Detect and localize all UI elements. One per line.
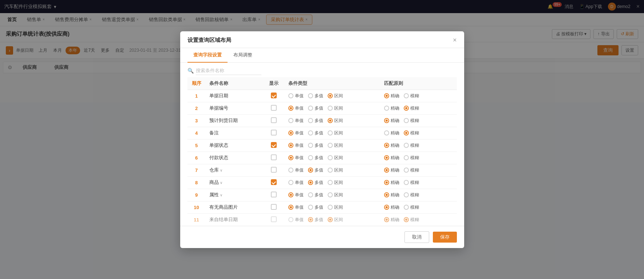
modal-table: 顺序 条件名称 显示 条件类型 匹配原则 1单据日期单值多值区间精确模糊2单据编… [187,77,457,103]
modal-close-button[interactable]: × [453,36,457,44]
display-checkbox[interactable] [271,93,277,98]
col-header-name: 条件名称 [206,77,263,90]
row-type: 单值多值区间 [285,102,380,102]
row-display[interactable] [263,102,285,102]
search-input[interactable] [196,66,261,75]
row-type: 单值多值区间 [285,90,380,102]
type-radio-1[interactable]: 多值 [308,93,323,99]
modal-title: 设置查询区域布局 [187,37,231,44]
modal-tab-layout[interactable]: 布局调整 [228,48,258,63]
col-header-type: 条件类型 [285,77,380,90]
modal-header: 设置查询区域布局 × [180,31,464,48]
type-radio-0[interactable]: 单值 [288,93,304,99]
modal-search-area: 🔍 [180,63,464,77]
row-display[interactable] [263,90,285,102]
search-icon: 🔍 [187,68,194,74]
row-order: 1 [187,90,206,102]
col-header-display: 显示 [263,77,285,90]
match-radio-0[interactable]: 精确 [384,93,399,99]
table-row: 1单据日期单值多值区间精确模糊 [187,90,457,102]
match-radio-circle-0 [384,93,389,98]
row-order: 2 [187,102,206,102]
modal-overlay: 设置查询区域布局 × 查询字段设置 布局调整 🔍 顺序 条件名称 显示 条件类型 [0,0,644,102]
modal-tab-query-fields[interactable]: 查询字段设置 [187,48,228,63]
type-radio-2[interactable]: 区间 [328,93,343,99]
match-radio-circle-1 [404,93,409,98]
row-match: 精确模糊 [380,102,457,102]
type-radio-circle-0 [288,93,293,98]
modal-tabs: 查询字段设置 布局调整 [180,48,464,63]
row-name: 单据日期 [206,90,263,102]
type-radio-circle-2 [328,93,333,98]
row-name: 单据编号 [206,102,263,102]
row-match: 精确模糊 [380,90,457,102]
col-header-match: 匹配原则 [380,77,457,90]
match-radio-1[interactable]: 模糊 [404,93,419,99]
table-row: 2单据编号单值多值区间精确模糊 [187,102,457,102]
type-radio-circle-1 [308,93,313,98]
col-header-order: 顺序 [187,77,206,90]
modal-dialog: 设置查询区域布局 × 查询字段设置 布局调整 🔍 顺序 条件名称 显示 条件类型 [180,31,464,103]
